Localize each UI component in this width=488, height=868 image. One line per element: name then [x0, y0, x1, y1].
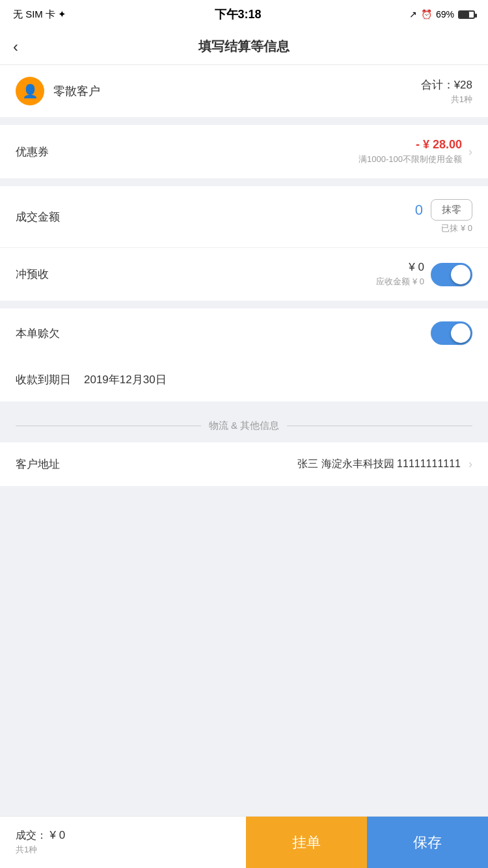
coupon-discount: - ¥ 28.00 [359, 138, 462, 152]
bottom-bar: 成交： ¥ 0 共1种 挂单 保存 [0, 816, 488, 868]
bottom-transaction-amount: ¥ 0 [49, 829, 65, 841]
divider-line-left [16, 426, 201, 426]
coupon-label: 优惠券 [16, 144, 49, 159]
transaction-section: 成交金额 0 抹零 已抹 ¥ 0 冲预收 ¥ 0 应收金额 ¥ 0 [0, 186, 488, 301]
total-amount: 合计：¥28 [421, 77, 472, 92]
bottom-transaction: 成交： ¥ 0 [16, 829, 230, 843]
transaction-value-col: 0 抹零 已抹 ¥ 0 [415, 199, 472, 234]
coupon-value-col: - ¥ 28.00 满1000-100不限制使用金额 [359, 138, 462, 165]
total-count: 共1种 [421, 94, 472, 105]
due-date-value: 2019年12月30日 [84, 372, 167, 387]
status-bar: 无 SIM 卡 ✦ 下午3:18 ↗ ⏰ 69% [0, 0, 488, 29]
address-row[interactable]: 客户地址 张三 海淀永丰科技园 11111111111 › [0, 442, 488, 486]
prepaid-right: ¥ 0 应收金额 ¥ 0 [376, 261, 472, 288]
credit-right [431, 321, 472, 345]
person-icon: 👤 [22, 83, 38, 99]
nav-bar: ‹ 填写结算等信息 [0, 29, 488, 65]
credit-row: 本单赊欠 [0, 308, 488, 358]
coupon-row[interactable]: 优惠券 - ¥ 28.00 满1000-100不限制使用金额 › [0, 125, 488, 178]
address-value: 张三 海淀永丰科技园 11111111111 [68, 457, 461, 471]
prepaid-amount: ¥ 0 [376, 261, 424, 274]
status-left: 无 SIM 卡 ✦ [13, 8, 66, 21]
round-off-button[interactable]: 抹零 [431, 199, 472, 221]
prepaid-value-col: ¥ 0 应收金额 ¥ 0 [376, 261, 424, 288]
credit-toggle[interactable] [431, 321, 472, 345]
save-button[interactable]: 保存 [367, 817, 488, 869]
address-section: 客户地址 张三 海淀永丰科技园 11111111111 › [0, 442, 488, 486]
back-button[interactable]: ‹ [13, 38, 18, 56]
toggle-knob [451, 265, 470, 284]
prepaid-label: 冲预收 [16, 267, 49, 282]
prepaid-toggle[interactable] [431, 263, 472, 286]
prepaid-row: 冲预收 ¥ 0 应收金额 ¥ 0 [0, 247, 488, 301]
customer-row: 👤 零散客户 合计：¥28 共1种 [0, 65, 488, 117]
location-icon: ↗ [409, 9, 417, 20]
coupon-sub: 满1000-100不限制使用金额 [359, 154, 462, 165]
transaction-label: 成交金额 [16, 210, 60, 224]
logistics-divider: 物流 & 其他信息 [0, 409, 488, 442]
main-content: 👤 零散客户 合计：¥28 共1种 优惠券 - ¥ 28.00 满1000-10… [0, 65, 488, 559]
status-time: 下午3:18 [215, 7, 262, 22]
customer-name: 零散客户 [53, 83, 100, 99]
hang-order-button[interactable]: 挂单 [246, 817, 367, 869]
bottom-count: 共1种 [16, 844, 230, 856]
logistics-label: 物流 & 其他信息 [209, 420, 279, 432]
coupon-chevron-icon: › [468, 145, 472, 159]
address-label: 客户地址 [16, 457, 60, 472]
credit-toggle-knob [451, 323, 470, 343]
due-date-label: 收款到期日 [16, 372, 71, 387]
customer-left: 👤 零散客户 [16, 77, 100, 105]
coupon-right: - ¥ 28.00 满1000-100不限制使用金额 › [359, 138, 472, 165]
avatar: 👤 [16, 77, 44, 105]
transaction-sub: 已抹 ¥ 0 [415, 223, 472, 234]
credit-section: 本单赊欠 收款到期日 2019年12月30日 [0, 308, 488, 401]
bottom-info: 成交： ¥ 0 共1种 [0, 829, 246, 856]
transaction-right: 0 抹零 已抹 ¥ 0 [415, 199, 472, 234]
credit-label: 本单赊欠 [16, 326, 60, 341]
customer-card: 👤 零散客户 合计：¥28 共1种 [0, 65, 488, 117]
battery-icon [458, 10, 475, 19]
page-title: 填写结算等信息 [198, 38, 290, 55]
transaction-amount-row: 成交金额 0 抹零 已抹 ¥ 0 [0, 186, 488, 247]
coupon-section: 优惠券 - ¥ 28.00 满1000-100不限制使用金额 › [0, 125, 488, 178]
address-chevron-icon: › [468, 457, 472, 471]
battery-text: 69% [436, 9, 454, 20]
divider-line-right [287, 426, 472, 426]
transaction-amount: 0 [415, 202, 423, 219]
alarm-icon: ⏰ [421, 9, 432, 20]
customer-total: 合计：¥28 共1种 [421, 77, 472, 105]
prepaid-sub: 应收金额 ¥ 0 [376, 276, 424, 288]
status-right: ↗ ⏰ 69% [409, 9, 475, 20]
bottom-transaction-label: 成交： [16, 830, 47, 841]
due-date-row: 收款到期日 2019年12月30日 [0, 358, 488, 401]
no-sim-text: 无 SIM 卡 ✦ [13, 8, 66, 21]
